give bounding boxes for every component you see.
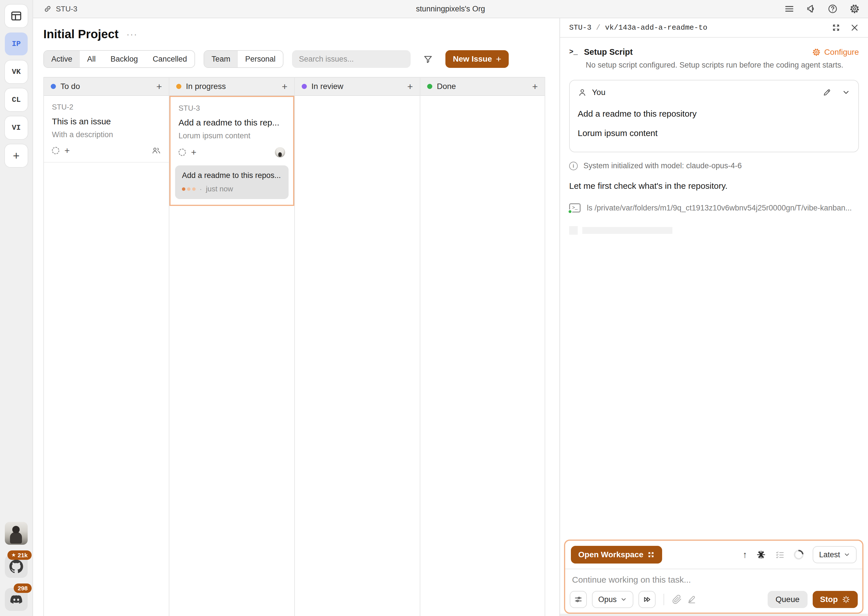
system-message: System initialized with model: claude-op… (584, 162, 742, 170)
loading-skeleton (569, 226, 859, 235)
composer: Open Workspace ↑ (564, 540, 863, 614)
setup-script-section: >_ Setup Script Configure (569, 47, 859, 69)
breadcrumb-issue[interactable]: STU-3 (569, 24, 592, 32)
paperclip-icon (672, 595, 682, 604)
column-todo: To do + STU-2 This is an issue With a de… (43, 77, 169, 616)
kanban-board: Initial Project ··· Active All Backlog C… (33, 18, 559, 616)
tasks-button[interactable] (775, 550, 785, 559)
request-body: Lorum ipsum content (578, 128, 850, 138)
filter-team[interactable]: Team (204, 51, 238, 67)
boards-home-button[interactable] (5, 5, 28, 27)
stop-button[interactable]: Stop (813, 591, 858, 608)
issue-card-stu2[interactable]: STU-2 This is an issue With a descriptio… (44, 96, 169, 163)
scope-filter-group: Team Personal (204, 50, 284, 68)
message-input[interactable]: Continue working on this task... (565, 569, 862, 591)
column-in-progress: In progress + STU-3 Add a readme to this… (169, 77, 294, 616)
version-select[interactable]: Latest (813, 546, 857, 563)
new-issue-button[interactable]: New Issue+ (446, 50, 509, 68)
breadcrumb-branch[interactable]: vk/143a-add-a-readme-to (605, 24, 708, 32)
issue-card-stu3-selected[interactable]: STU-3 Add a readme to this rep... Lorum … (170, 96, 294, 206)
project-tile-vi[interactable]: VI (5, 116, 28, 139)
card-add-icon[interactable]: + (64, 146, 70, 155)
pen-icon (687, 595, 697, 604)
column-todo-header: To do + (44, 77, 169, 96)
spinner-burst-icon (842, 595, 850, 604)
star-icon: ★ (11, 552, 16, 558)
add-project-button[interactable]: + (5, 144, 28, 167)
project-more-menu-icon[interactable]: ··· (127, 29, 138, 39)
skip-button[interactable] (639, 591, 656, 608)
expand-panel-button[interactable] (832, 23, 841, 32)
assignee-avatar[interactable] (275, 147, 285, 157)
info-icon: i (569, 162, 578, 170)
toolbar-divider (664, 594, 664, 605)
card-add-icon[interactable]: + (191, 148, 196, 157)
menu-button[interactable] (784, 4, 794, 14)
skeleton-bar (582, 227, 672, 234)
add-card-done-button[interactable]: + (532, 82, 538, 91)
fast-forward-icon (643, 595, 651, 604)
collapse-request-button[interactable] (842, 88, 850, 97)
attach-file-button[interactable] (672, 595, 682, 604)
add-card-todo-button[interactable]: + (156, 82, 162, 91)
filter-cancelled[interactable]: Cancelled (146, 51, 195, 67)
gear-icon (812, 48, 821, 57)
layout-board-icon (10, 10, 22, 22)
github-stars-badge: ★21k (8, 550, 31, 560)
filter-all[interactable]: All (80, 51, 103, 67)
sliders-icon (574, 595, 583, 604)
task-detail-panel: STU-3 / vk/143a-add-a-readme-to (559, 18, 868, 616)
discord-link-button[interactable]: 298 (5, 588, 28, 611)
user-avatar[interactable] (5, 522, 28, 545)
spark-button[interactable] (756, 550, 766, 559)
topbar: STU-3 stunningpixels's Org (33, 0, 868, 18)
scroll-to-top-button[interactable]: ↑ (742, 550, 747, 559)
command-text: ls /private/var/folders/m1/9q_ct1913z10v… (587, 204, 852, 212)
filter-backlog[interactable]: Backlog (103, 51, 146, 67)
queue-button[interactable]: Queue (768, 591, 808, 608)
project-tile-ip[interactable]: IP (5, 33, 28, 55)
edit-style-button[interactable] (687, 595, 697, 604)
request-title: Add a readme to this repository (578, 109, 850, 119)
request-author: You (592, 88, 817, 97)
add-card-in-progress-button[interactable]: + (282, 82, 287, 91)
configure-setup-link[interactable]: Configure (812, 48, 859, 57)
close-panel-button[interactable] (850, 24, 859, 32)
project-tile-cl[interactable]: CL (5, 88, 28, 111)
todo-status-circle-icon[interactable] (179, 149, 186, 156)
help-button[interactable] (827, 4, 838, 14)
filter-personal[interactable]: Personal (238, 51, 283, 67)
filter-button[interactable] (423, 54, 433, 64)
settings-button[interactable] (849, 3, 860, 14)
composer-settings-button[interactable] (570, 591, 587, 608)
search-input[interactable] (292, 50, 411, 68)
chevron-down-icon (843, 551, 850, 558)
open-workspace-button[interactable]: Open Workspace (571, 546, 662, 564)
person-icon (578, 88, 587, 97)
panel-bottom-strip (560, 614, 868, 616)
funnel-icon (423, 54, 433, 64)
checklist-icon (775, 550, 785, 559)
add-card-in-review-button[interactable]: + (407, 82, 413, 91)
github-link-button[interactable]: ★21k (5, 555, 28, 578)
edit-request-button[interactable] (822, 88, 832, 97)
issue-ref-label: STU-3 (56, 5, 77, 13)
todo-status-circle-icon[interactable] (52, 147, 59, 154)
app-window: IP VK CL VI + ★21k 298 (0, 0, 868, 616)
people-icon (152, 146, 161, 155)
help-circle-icon (827, 4, 838, 14)
column-in-review: In review + (294, 77, 420, 616)
announcements-button[interactable] (806, 4, 816, 14)
command-row[interactable]: >_ ls /private/var/folders/m1/9q_ct1913z… (569, 203, 859, 212)
github-icon (9, 559, 23, 573)
attempt-chip[interactable]: Add a readme to this repos... · (175, 165, 289, 199)
assignees-button[interactable] (152, 146, 161, 155)
system-message-row: i System initialized with model: claude-… (569, 162, 859, 170)
model-select[interactable]: Opus (592, 591, 633, 608)
project-tile-vk[interactable]: VK (5, 60, 28, 83)
issue-link[interactable]: STU-3 (43, 5, 77, 13)
expand-icon (647, 551, 655, 558)
chevron-down-icon (620, 596, 627, 603)
pencil-icon (822, 88, 832, 97)
filter-active[interactable]: Active (44, 51, 80, 67)
